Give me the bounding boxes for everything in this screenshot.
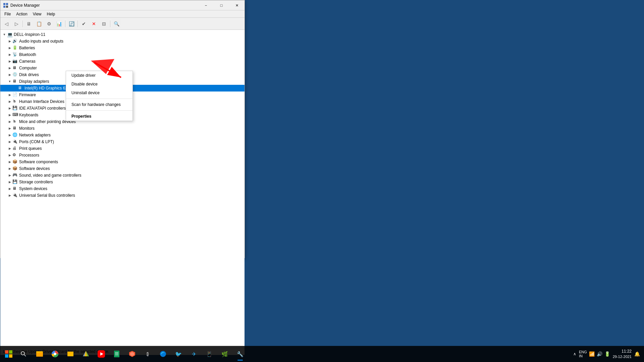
update-button[interactable]: 🔄 xyxy=(67,19,76,28)
close-button[interactable]: ✕ xyxy=(229,0,245,10)
taskbar-apps: ₿ 🐦 ✈ 📱 🌿 🔧 xyxy=(31,347,571,361)
tree-item-computer[interactable]: ▶ 🖥 Computer xyxy=(0,65,245,71)
ctx-uninstall-device[interactable]: Uninstall device xyxy=(66,88,132,97)
menu-view[interactable]: View xyxy=(30,11,44,17)
tree-item-sw-components[interactable]: ▶ 📦 Software components xyxy=(0,159,245,165)
properties-button[interactable]: 📋 xyxy=(34,19,44,28)
taskbar-app-explorer[interactable] xyxy=(32,347,47,361)
network-toggle[interactable]: ▶ xyxy=(7,132,12,138)
ide-toggle[interactable]: ▶ xyxy=(7,106,12,111)
disk-label: Disk drives xyxy=(19,72,39,77)
taskbar-app-mint[interactable]: 🌿 xyxy=(217,347,232,361)
tree-item-usb[interactable]: ▶ 🔌 Universal Serial Bus controllers xyxy=(0,192,245,199)
menu-file[interactable]: File xyxy=(2,11,13,17)
volume-icon[interactable]: 🔊 xyxy=(597,351,602,357)
batteries-toggle[interactable]: ▶ xyxy=(7,45,12,51)
driver-button[interactable]: ⚙ xyxy=(44,19,54,28)
system-toggle[interactable]: ▶ xyxy=(7,186,12,191)
wifi-icon[interactable]: 📶 xyxy=(589,351,595,357)
scan-button[interactable]: 🔍 xyxy=(112,19,121,28)
hid-toggle[interactable]: ▶ xyxy=(7,99,12,104)
tree-item-batteries[interactable]: ▶ 🔋 Batteries xyxy=(0,45,245,51)
monitors-toggle[interactable]: ▶ xyxy=(7,126,12,131)
taskbar-app-chrome[interactable] xyxy=(48,347,62,361)
minimize-button[interactable]: − xyxy=(198,0,214,10)
forward-button[interactable]: ▷ xyxy=(12,19,21,28)
tree-item-print[interactable]: ▶ 🖨 Print queues xyxy=(0,145,245,152)
taskbar-app-sheets[interactable] xyxy=(109,347,124,361)
sound-toggle[interactable]: ▶ xyxy=(7,173,12,178)
tree-item-audio[interactable]: ▶ 🔊 Audio inputs and outputs xyxy=(0,38,245,45)
taskbar-app-twitter[interactable]: 🐦 xyxy=(171,347,186,361)
processors-toggle[interactable]: ▶ xyxy=(7,153,12,158)
tree-item-network[interactable]: ▶ 🌐 Network adapters xyxy=(0,132,245,138)
cameras-toggle[interactable]: ▶ xyxy=(7,59,12,64)
bluetooth-label: Bluetooth xyxy=(19,52,36,57)
taskbar-app-brave[interactable] xyxy=(125,347,140,361)
taskbar-app-telegram[interactable]: ✈ xyxy=(186,347,201,361)
disk-toggle[interactable]: ▶ xyxy=(7,72,12,77)
svg-rect-10 xyxy=(9,354,12,358)
display-label: Display adapters xyxy=(19,79,49,84)
battery-icon[interactable]: 🔋 xyxy=(604,351,610,357)
ctx-properties[interactable]: Properties xyxy=(66,112,132,121)
resources-button[interactable]: 📊 xyxy=(54,19,64,28)
taskbar-app-whatsapp[interactable]: 📱 xyxy=(202,347,217,361)
hid-icon: 🖱 xyxy=(12,99,18,104)
uninstall-button[interactable]: ⊟ xyxy=(99,19,109,28)
usb-label: Universal Serial Bus controllers xyxy=(19,193,75,198)
menu-action[interactable]: Action xyxy=(13,11,30,17)
display-toggle[interactable]: ▼ xyxy=(7,79,12,84)
taskbar-app-files[interactable] xyxy=(63,347,78,361)
tree-item-processors[interactable]: ▶ ⚙ Processors xyxy=(0,152,245,159)
tree-root[interactable]: ▼ 💻 DELL-Inspiron-11 xyxy=(0,31,245,38)
tree-item-cameras[interactable]: ▶ 📷 Cameras xyxy=(0,58,245,65)
taskbar-app-bat[interactable]: ₿ xyxy=(140,347,155,361)
tree-item-system[interactable]: ▶ 🖥 System devices xyxy=(0,185,245,192)
tree-item-bluetooth[interactable]: ▶ 📡 Bluetooth xyxy=(0,51,245,58)
storage-toggle[interactable]: ▶ xyxy=(7,179,12,185)
keyboards-toggle[interactable]: ▶ xyxy=(7,112,12,118)
start-button[interactable] xyxy=(1,347,16,361)
tree-item-sw-devices[interactable]: ▶ 📦 Software devices xyxy=(0,165,245,172)
sw-devices-toggle[interactable]: ▶ xyxy=(7,166,12,171)
ports-toggle[interactable]: ▶ xyxy=(7,139,12,144)
tree-item-sound[interactable]: ▶ 🎮 Sound, video and game controllers xyxy=(0,172,245,179)
usb-toggle[interactable]: ▶ xyxy=(7,193,12,198)
tray-chevron[interactable]: ∧ xyxy=(573,352,576,356)
maximize-button[interactable]: □ xyxy=(214,0,229,10)
title-bar: Device Manager − □ ✕ xyxy=(0,0,245,10)
root-toggle[interactable]: ▼ xyxy=(2,32,7,37)
ctx-disable-device[interactable]: Disable device xyxy=(66,80,132,88)
mice-toggle[interactable]: ▶ xyxy=(7,119,12,124)
menu-help[interactable]: Help xyxy=(44,11,58,17)
firmware-toggle[interactable]: ▶ xyxy=(7,92,12,98)
svg-rect-0 xyxy=(3,3,5,5)
ctx-scan-hardware[interactable]: Scan for hardware changes xyxy=(66,100,132,109)
audio-toggle[interactable]: ▶ xyxy=(7,39,12,44)
enable-button[interactable]: ✔ xyxy=(79,19,89,28)
tree-item-monitors[interactable]: ▶ 🖥 Monitors xyxy=(0,125,245,132)
sw-components-toggle[interactable]: ▶ xyxy=(7,159,12,165)
computer-button[interactable]: 🖥 xyxy=(24,19,34,28)
svg-rect-18 xyxy=(67,352,73,356)
taskbar-app-drive[interactable] xyxy=(78,347,93,361)
computer-toggle[interactable]: ▶ xyxy=(7,65,12,71)
back-button[interactable]: ◁ xyxy=(2,19,11,28)
ctx-separator-1 xyxy=(66,99,132,99)
print-toggle[interactable]: ▶ xyxy=(7,146,12,151)
tree-item-ports[interactable]: ▶ 🔌 Ports (COM & LPT) xyxy=(0,138,245,145)
notification-icon[interactable]: 🔔 xyxy=(634,351,640,357)
disable-button[interactable]: ✕ xyxy=(89,19,99,28)
taskbar-clock[interactable]: 11:22 29-12-2021 xyxy=(613,349,632,359)
keyboards-label: Keyboards xyxy=(19,113,38,117)
taskbar-app-edge[interactable] xyxy=(156,347,170,361)
bluetooth-toggle[interactable]: ▶ xyxy=(7,52,12,57)
taskbar-app-youtube[interactable] xyxy=(94,347,109,361)
tree-item-storage[interactable]: ▶ 💾 Storage controllers xyxy=(0,179,245,185)
audio-label: Audio inputs and outputs xyxy=(19,39,63,44)
taskbar-app-devmgr[interactable]: 🔧 xyxy=(233,347,248,361)
ctx-update-driver[interactable]: Update driver xyxy=(66,71,132,80)
search-button[interactable] xyxy=(16,347,31,361)
taskbar: ₿ 🐦 ✈ 📱 🌿 🔧 ∧ ENGIN 📶 🔊 🔋 11:22 29-12-20… xyxy=(0,346,644,362)
